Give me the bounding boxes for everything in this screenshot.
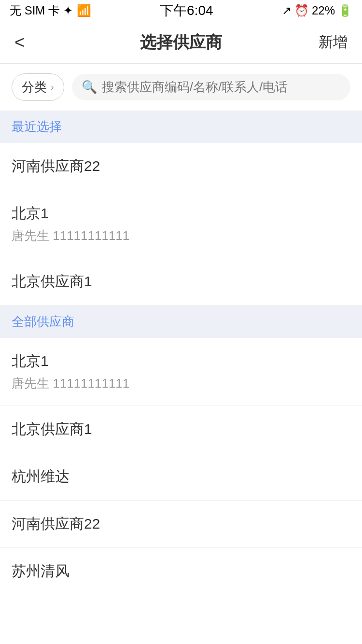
status-bar: 无 SIM 卡 ✦ 📶 下午6:04 ↗ ⏰ 22% 🔋 [0,0,362,21]
item-name: 河南供应商22 [12,156,350,176]
nav-bar: < 选择供应商 新增 [0,21,362,64]
alarm-icon: ⏰ [294,4,309,17]
back-button[interactable]: < [14,32,43,53]
item-name: 北京1 [12,204,350,224]
status-time: 下午6:04 [160,1,213,20]
item-name: 杭州维达 [12,467,350,487]
recent-label: 最近选择 [12,119,62,134]
status-left: 无 SIM 卡 ✦ 📶 [10,3,91,18]
list-item[interactable]: 北京1唐先生 11111111111 [0,190,362,258]
status-right: ↗ ⏰ 22% 🔋 [282,4,352,17]
all-list: 北京1唐先生 11111111111北京供应商1杭州维达河南供应商22苏州清风 [0,338,362,595]
search-icon: 🔍 [82,80,97,95]
item-name: 北京供应商1 [12,420,350,439]
page-title: 选择供应商 [140,31,222,54]
category-filter-button[interactable]: 分类 › [12,73,64,101]
recent-section-header: 最近选择 [0,111,362,143]
list-item[interactable]: 河南供应商22 [0,143,362,190]
search-bar: 分类 › 🔍 [0,64,362,111]
list-item[interactable]: 北京供应商1 [0,258,362,306]
item-name: 苏州清风 [12,561,350,581]
all-label: 全部供应商 [12,314,74,329]
location-icon: ↗ [282,4,292,17]
sim-status: 无 SIM 卡 ✦ [10,3,73,18]
wifi-icon: 📶 [77,4,91,17]
battery-text: 22% [312,4,335,17]
list-item[interactable]: 北京供应商1 [0,406,362,453]
all-section-header: 全部供应商 [0,306,362,338]
item-name: 北京1 [12,351,350,371]
list-item[interactable]: 苏州清风 [0,548,362,595]
list-item[interactable]: 杭州维达 [0,453,362,501]
recent-list: 河南供应商22北京1唐先生 11111111111北京供应商1 [0,143,362,306]
item-sub: 唐先生 11111111111 [12,375,350,392]
list-item[interactable]: 河南供应商22 [0,501,362,548]
item-name: 北京供应商1 [12,272,350,292]
item-sub: 唐先生 11111111111 [12,227,350,244]
category-label: 分类 [22,79,47,96]
list-item[interactable]: 北京1唐先生 11111111111 [0,338,362,406]
battery-icon: 🔋 [338,4,352,17]
add-button[interactable]: 新增 [319,32,348,52]
search-input-wrap: 🔍 [72,74,350,100]
chevron-right-icon: › [51,82,54,93]
search-input[interactable] [102,80,341,95]
item-name: 河南供应商22 [12,514,350,534]
